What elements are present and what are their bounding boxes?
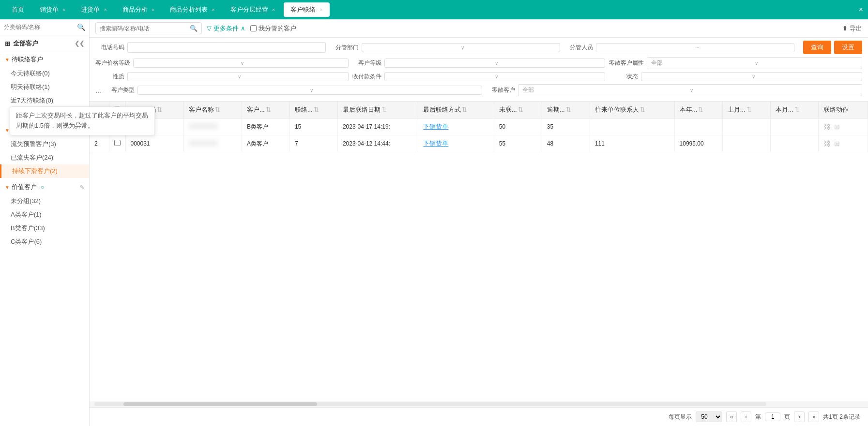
next-page-btn[interactable]: › [794, 411, 805, 422]
cust-grade-select[interactable]: ∨ [384, 59, 606, 68]
page-suffix: 页 [784, 413, 790, 421]
add-group-icon[interactable]: ○ [41, 184, 44, 191]
more-filters-btn[interactable]: ▽ 更多条件 ∧ [207, 24, 245, 33]
row1-grid-icon[interactable]: ⊞ [834, 123, 840, 131]
tab-product-analysis[interactable]: 商品分析 × [116, 2, 161, 17]
phone-input[interactable] [127, 42, 326, 53]
row2-grid-icon[interactable]: ⊞ [834, 140, 840, 147]
scroll-thumb[interactable] [123, 402, 317, 406]
dept-select[interactable]: ∨ [362, 43, 560, 52]
retail-cust-select[interactable]: 全部 ∨ [518, 84, 862, 96]
th-this-month: 本月...⇅ [770, 102, 818, 118]
adv-filter-row2: 客户价格等级 ∨ 客户等级 ∨ 零散客户属性 全部 [95, 57, 862, 69]
person-select[interactable]: ··· [596, 43, 794, 52]
sort-method-icon[interactable]: ⇅ [462, 106, 467, 113]
row2-action-icons: ⛓ ⊞ [823, 140, 863, 147]
sidebar-collapse-btn[interactable]: ❮❮ [75, 40, 84, 47]
sidebar-item-lost[interactable]: 已流失客户(24) [0, 151, 89, 164]
sidebar-item-c-class[interactable]: C类客户(6) [0, 235, 89, 249]
sidebar-item-loss-warning[interactable]: 流失预警客户(3) [0, 137, 89, 151]
close-sales-tab[interactable]: × [62, 7, 65, 13]
tab-customer-contact[interactable]: 客户联络 × [284, 2, 329, 17]
chevron-down-icon: ∧ [241, 25, 245, 32]
sidebar-item-7days[interactable]: 近7天待联络(0) [0, 94, 89, 107]
sidebar-group-value-header[interactable]: ▼ 价值客户 ○ ✎ [0, 180, 89, 194]
row2-no: 2 [90, 135, 109, 152]
sort-unit-icon[interactable]: ⇅ [640, 106, 645, 113]
tab-home[interactable]: 首页 [5, 2, 31, 17]
close-all-tabs[interactable]: × [859, 5, 863, 14]
last-page-btn[interactable]: » [808, 411, 819, 422]
row2-last-method[interactable]: 下销货单 [418, 135, 494, 152]
sort-uncontacted-icon[interactable]: ⇅ [518, 106, 523, 113]
sort-overdue-icon[interactable]: ⇅ [566, 106, 571, 113]
first-page-btn[interactable]: « [726, 411, 737, 422]
sort-year-icon[interactable]: ⇅ [698, 106, 703, 113]
sort-code-icon[interactable]: ⇅ [157, 106, 162, 113]
page-input[interactable] [765, 412, 780, 421]
th-unit-contact: 往来单位联系人⇅ [590, 102, 674, 118]
cust-type-select[interactable]: ∨ [137, 86, 482, 95]
price-grade-select[interactable]: ∨ [133, 59, 349, 68]
gender-select[interactable]: ∨ [127, 72, 349, 81]
status-select[interactable]: ∨ [641, 72, 862, 81]
close-customer-segment-tab[interactable]: × [272, 7, 275, 13]
sort-date-icon[interactable]: ⇅ [381, 106, 387, 113]
sidebar-group-pending[interactable]: ▼ 待联络客户 [0, 52, 89, 67]
settings-button[interactable]: 设置 [834, 41, 862, 54]
dept-filter: 分管部门 ∨ [330, 43, 560, 52]
row1-link-icon[interactable]: ⛓ [823, 123, 830, 131]
row1-this-month [770, 118, 818, 135]
right-content: 🔍 ▽ 更多条件 ∧ 我分管的客户 ⬆ 导出 电话号码 [90, 19, 868, 426]
per-page-select[interactable]: 50 100 200 [696, 411, 722, 422]
sort-name-icon[interactable]: ⇅ [215, 106, 220, 113]
payment-select[interactable]: ∨ [384, 72, 606, 81]
tab-purchase[interactable]: 进货单 × [74, 2, 113, 17]
row2-overdue: 48 [542, 135, 590, 152]
customer-table-area: ⚙ 客户编码⇅ 客户名称⇅ 客户...⇅ 联络...⇅ 最后联络日期⇅ 最后联络… [90, 102, 868, 401]
sidebar-item-a-class[interactable]: A类客户(1) [0, 208, 89, 221]
tab-sales[interactable]: 销货单 × [33, 2, 72, 17]
sidebar-group-value: ▼ 价值客户 ○ ✎ 未分组(32) A类客户(1) B类客户(33) C类客户… [0, 180, 89, 249]
sidebar-item-today[interactable]: 今天待联络(0) [0, 67, 89, 80]
row2-last-date: 2023-04-12 14:44: [337, 135, 418, 152]
sidebar-search-icon[interactable]: 🔍 [77, 23, 85, 31]
row2-unit-contact: 111 [590, 135, 674, 152]
sort-contact-icon[interactable]: ⇅ [314, 106, 319, 113]
row1-last-method[interactable]: 下销货单 [418, 118, 494, 135]
sidebar-item-tomorrow[interactable]: 明天待联络(1) [0, 80, 89, 94]
tab-customer-segment[interactable]: 客户分层经营 × [224, 2, 282, 17]
export-btn[interactable]: ⬆ 导出 [842, 24, 862, 33]
close-product-list-tab[interactable]: × [212, 7, 214, 13]
prev-page-btn[interactable]: ‹ [741, 411, 751, 422]
phone-filter: 电话号码 [95, 42, 326, 53]
close-product-analysis-tab[interactable]: × [152, 7, 154, 13]
query-button[interactable]: 查询 [803, 41, 831, 54]
phone-label: 电话号码 [95, 44, 124, 52]
sort-type-icon[interactable]: ⇅ [266, 106, 271, 113]
customer-search-icon[interactable]: 🔍 [190, 25, 198, 32]
more-dot[interactable]: ... [95, 86, 102, 95]
customer-search-input[interactable] [100, 25, 190, 32]
close-customer-contact-tab[interactable]: × [320, 7, 322, 13]
close-purchase-tab[interactable]: × [104, 7, 107, 13]
my-customers-checkbox[interactable] [250, 25, 257, 31]
sidebar-search-input[interactable] [4, 24, 77, 30]
sidebar-all-customers[interactable]: ⊞ 全部客户 ❮❮ [0, 35, 89, 52]
retail-attr-select[interactable]: 全部 ∨ [647, 57, 862, 69]
row2-link-icon[interactable]: ⛓ [823, 140, 830, 147]
sort-thismonth-icon[interactable]: ⇅ [794, 106, 800, 113]
row2-actions: ⛓ ⊞ [818, 135, 868, 152]
edit-group-icon[interactable]: ✎ [80, 184, 84, 191]
sidebar-item-declining[interactable]: 持续下滑客户(2) [0, 164, 89, 178]
sort-lastmonth-icon[interactable]: ⇅ [746, 106, 752, 113]
row1-type: B类客户 [242, 118, 289, 135]
horizontal-scrollbar[interactable] [90, 401, 868, 407]
sidebar-item-unclassified[interactable]: 未分组(32) [0, 194, 89, 208]
row2-check[interactable] [114, 140, 121, 146]
sidebar-item-b-class[interactable]: B类客户(33) [0, 221, 89, 235]
payment-label: 收付款条件 [352, 73, 381, 81]
tab-product-analysis-list[interactable]: 商品分析列表 × [163, 2, 221, 17]
row2-checkbox[interactable] [109, 135, 125, 152]
scroll-track[interactable] [94, 402, 766, 406]
